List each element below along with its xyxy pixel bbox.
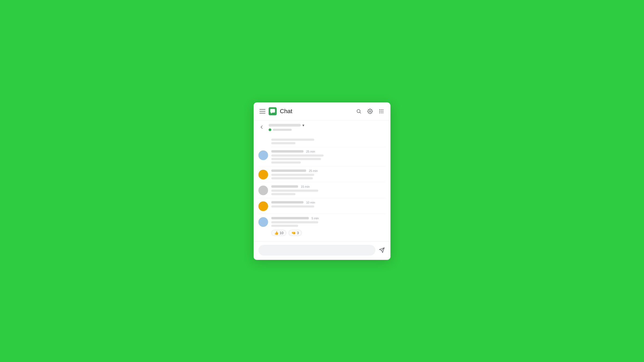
svg-point-3 bbox=[369, 110, 371, 112]
online-status-dot bbox=[269, 128, 271, 131]
input-area bbox=[254, 241, 390, 260]
thumbs-up-emoji: 👍 bbox=[274, 231, 279, 235]
text-line bbox=[271, 139, 314, 141]
text-line bbox=[271, 190, 318, 192]
text-line bbox=[271, 161, 301, 164]
message-time: 10 min bbox=[306, 201, 315, 204]
clap-count: 3 bbox=[297, 231, 299, 235]
reactions-row: 👍 10 🤜 3 bbox=[271, 230, 386, 236]
message-time: 25 min bbox=[309, 169, 318, 172]
message-block: 25 min bbox=[258, 147, 386, 167]
text-line bbox=[271, 221, 318, 223]
message-block-first bbox=[271, 136, 386, 147]
message-time: 25 min bbox=[306, 150, 315, 153]
message-content: 5 min 👍 10 🤜 3 bbox=[271, 217, 386, 236]
svg-line-2 bbox=[360, 112, 361, 113]
send-button[interactable] bbox=[378, 246, 386, 254]
svg-point-5 bbox=[381, 109, 382, 110]
message-content: 25 min bbox=[271, 169, 386, 179]
search-icon[interactable] bbox=[356, 108, 362, 114]
sender-name-bar bbox=[271, 185, 298, 188]
status-text-bar bbox=[273, 129, 292, 131]
text-line bbox=[271, 193, 295, 195]
svg-point-8 bbox=[381, 111, 382, 112]
message-block: 10 min bbox=[258, 198, 386, 214]
svg-point-6 bbox=[382, 109, 383, 110]
svg-point-4 bbox=[379, 109, 380, 110]
message-time: 15 min bbox=[301, 185, 310, 188]
message-content: 10 min bbox=[271, 201, 386, 208]
header-left: Chat bbox=[259, 107, 352, 115]
name-row: ▾ bbox=[269, 123, 304, 127]
message-block-last: 5 min 👍 10 🤜 3 bbox=[258, 214, 386, 239]
chevron-down-icon[interactable]: ▾ bbox=[302, 123, 304, 127]
message-input[interactable] bbox=[258, 245, 375, 256]
avatar bbox=[258, 150, 268, 160]
text-line bbox=[271, 174, 314, 176]
message-content: 15 min bbox=[271, 185, 386, 195]
clap-reaction[interactable]: 🤜 3 bbox=[288, 230, 302, 236]
avatar bbox=[258, 217, 268, 227]
text-line bbox=[271, 205, 314, 208]
svg-point-7 bbox=[379, 111, 380, 112]
status-row bbox=[269, 128, 304, 131]
settings-icon[interactable] bbox=[367, 108, 373, 114]
text-line bbox=[271, 158, 321, 160]
message-top-row: 15 min bbox=[271, 185, 386, 188]
message-time: 5 min bbox=[312, 217, 319, 220]
app-title: Chat bbox=[280, 108, 292, 115]
text-line bbox=[271, 154, 324, 157]
sender-name-bar bbox=[271, 169, 306, 172]
messages-area: 25 min 25 min bbox=[254, 133, 390, 241]
message-content: 25 min bbox=[271, 150, 386, 164]
header: Chat bbox=[254, 102, 390, 120]
menu-icon[interactable] bbox=[259, 109, 265, 113]
text-line bbox=[271, 177, 313, 179]
sender-name-bar bbox=[271, 217, 309, 219]
header-right bbox=[356, 108, 385, 114]
sender-name-bar bbox=[271, 201, 303, 204]
avatar bbox=[258, 170, 268, 179]
chat-window: Chat bbox=[254, 102, 390, 260]
svg-point-9 bbox=[382, 111, 383, 112]
text-line bbox=[271, 142, 295, 144]
avatar bbox=[258, 186, 268, 195]
sub-header: ▾ bbox=[254, 120, 390, 133]
message-block: 25 min bbox=[258, 167, 386, 182]
sub-header-info: ▾ bbox=[269, 123, 304, 131]
message-block: 15 min bbox=[258, 182, 386, 198]
sender-name-bar bbox=[271, 150, 303, 153]
thumbs-up-count: 10 bbox=[280, 231, 283, 235]
contact-name-bar bbox=[269, 124, 301, 127]
svg-point-11 bbox=[381, 112, 382, 113]
message-top-row: 10 min bbox=[271, 201, 386, 204]
back-button[interactable] bbox=[258, 124, 265, 130]
message-top-row: 5 min bbox=[271, 217, 386, 220]
svg-point-12 bbox=[382, 112, 383, 113]
clap-emoji: 🤜 bbox=[291, 231, 296, 235]
text-line bbox=[271, 225, 298, 227]
apps-icon[interactable] bbox=[378, 108, 385, 114]
message-top-row: 25 min bbox=[271, 150, 386, 153]
message-top-row: 25 min bbox=[271, 169, 386, 172]
chat-logo bbox=[269, 107, 277, 115]
thumbs-up-reaction[interactable]: 👍 10 bbox=[271, 230, 286, 236]
svg-point-10 bbox=[379, 112, 380, 113]
avatar bbox=[258, 201, 268, 211]
